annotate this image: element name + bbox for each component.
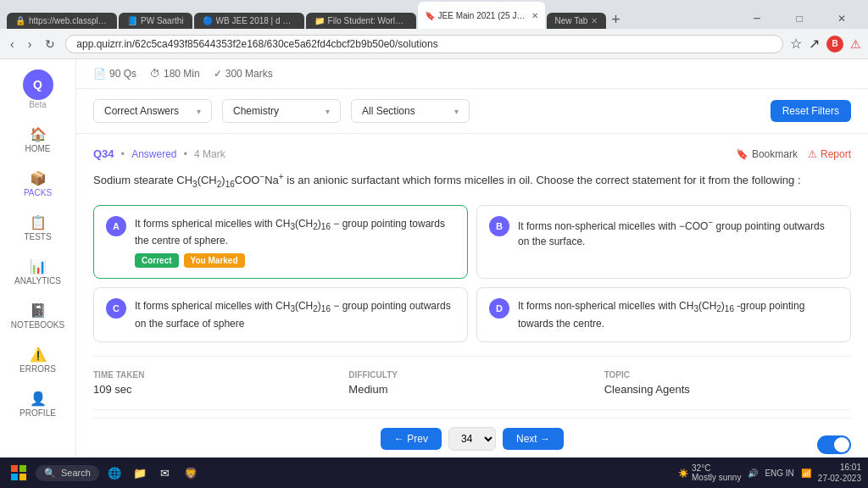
- report-icon: ⚠: [808, 148, 817, 160]
- sidebar-item-label: NOTEBOOKS: [11, 320, 64, 330]
- logo-icon: Q: [23, 69, 53, 100]
- sidebar: Q Beta 🏠 HOME 📦 PACKS 📋 TESTS 📊 ANALYTIC…: [0, 59, 76, 459]
- tab-jeemain-active[interactable]: 🔖 JEE Main 2021 (25 Jul Shift | ✕: [418, 2, 545, 29]
- correct-badge: Correct: [135, 253, 179, 268]
- tab-wbjee[interactable]: 🔵 WB JEE 2018 | d and f Block Ele: [194, 13, 304, 29]
- sidebar-item-profile[interactable]: 👤 PROFILE: [4, 384, 72, 424]
- share-icon[interactable]: ↗: [809, 36, 820, 52]
- reload-button[interactable]: ↻: [42, 36, 58, 53]
- alert-icon: ⚠: [850, 37, 861, 51]
- topic-value: Cleansing Agents: [604, 383, 851, 396]
- clock-icon: ⏱: [150, 68, 160, 80]
- home-icon: 🏠: [30, 126, 47, 142]
- difficulty-label: DIFFICULTY: [348, 370, 595, 380]
- notebooks-icon: 📓: [30, 302, 47, 319]
- tab-newtab[interactable]: New Tab ✕: [547, 13, 607, 29]
- beta-label: Beta: [29, 100, 47, 109]
- topic-meta: TOPIC Cleansing Agents: [604, 370, 851, 396]
- chevron-down-icon: ▾: [454, 107, 459, 116]
- forward-button[interactable]: ›: [25, 36, 36, 53]
- option-content-c: It forms spherical micelles with CH3(CH2…: [135, 298, 455, 330]
- sidebar-item-analytics[interactable]: 📊 ANALYTICS: [4, 252, 72, 292]
- tab-favicon: 📁: [314, 16, 325, 25]
- report-button[interactable]: ⚠ Report: [808, 148, 851, 160]
- close-window-button[interactable]: ✕: [822, 12, 861, 25]
- question-header: Q34 • Answered • 4 Mark 🔖 Bookmark ⚠ Rep…: [93, 147, 851, 160]
- packs-icon: 📦: [30, 170, 47, 186]
- meta-row: TIME TAKEN 109 sec DIFFICULTY Medium TOP…: [93, 356, 851, 409]
- all-sections-filter[interactable]: All Sections ▾: [351, 99, 470, 123]
- tab-favicon: 📘: [127, 16, 137, 25]
- you-marked-badge: You Marked: [184, 253, 245, 268]
- toggle-button[interactable]: [817, 435, 851, 454]
- sidebar-item-packs[interactable]: 📦 PACKS: [4, 164, 72, 204]
- tab-favicon: 🔵: [203, 16, 213, 25]
- filter-bar: Correct Answers ▾ Chemistry ▾ All Sectio…: [76, 89, 868, 134]
- question-number: Q34: [93, 147, 114, 160]
- sidebar-item-notebooks[interactable]: 📓 NOTEBOOKS: [4, 296, 72, 336]
- bookmark-button[interactable]: 🔖 Bookmark: [736, 148, 798, 160]
- taskbar: 🔍 Search 🌐 📁 ✉ 🦁 ☀️ 32°C Mostly sunny 🔊 …: [0, 458, 868, 459]
- tab-classplusapp[interactable]: 🔒 https://web.classplusapp.com/h...: [7, 13, 117, 29]
- back-button[interactable]: ‹: [7, 36, 18, 53]
- tab-close-icon[interactable]: ✕: [531, 11, 538, 20]
- next-button[interactable]: Next →: [503, 428, 564, 450]
- profile-icon: 👤: [30, 391, 47, 407]
- answered-badge: Answered: [131, 148, 176, 160]
- time-taken-label: TIME TAKEN: [93, 370, 340, 380]
- analytics-icon: 📊: [30, 258, 47, 274]
- option-b[interactable]: B It forms non-spherical micelles with −…: [476, 205, 851, 279]
- option-letter-a: A: [106, 216, 126, 236]
- option-letter-b: B: [489, 216, 509, 236]
- address-input[interactable]: app.quizrr.in/62c5ca493f85644353f2e168/6…: [65, 35, 783, 53]
- main-content: 📄 90 Qs ⏱ 180 Min ✓ 300 Marks Correct An…: [76, 59, 868, 459]
- tests-icon: 📋: [30, 214, 47, 230]
- marks-info: ✓ 300 Marks: [214, 68, 273, 80]
- tab-close-newtab[interactable]: ✕: [591, 16, 598, 25]
- sidebar-item-label: HOME: [25, 144, 51, 153]
- mark-info: 4 Mark: [194, 148, 225, 160]
- sidebar-item-label: PACKS: [24, 188, 52, 197]
- logo: Q Beta: [23, 69, 53, 109]
- question-area: Q34 • Answered • 4 Mark 🔖 Bookmark ⚠ Rep…: [76, 134, 868, 459]
- navigation-bar: ← Prev 34 Next →: [93, 418, 851, 459]
- difficulty-meta: DIFFICULTY Medium: [348, 370, 595, 396]
- tab-favicon: 🔖: [425, 11, 435, 20]
- correct-answers-filter[interactable]: Correct Answers ▾: [93, 99, 212, 123]
- questions-icon: 📄: [93, 68, 106, 80]
- option-d[interactable]: D It forms non-spherical micelles with C…: [476, 287, 851, 341]
- tab-pw-saarthi[interactable]: 📘 PW Saarthi: [119, 13, 192, 29]
- option-content-d: It forms non-spherical micelles with CH3…: [518, 298, 838, 330]
- new-tab-button[interactable]: +: [611, 11, 620, 29]
- option-letter-d: D: [489, 298, 509, 319]
- bookmark-icon: 🔖: [736, 148, 748, 160]
- info-bar: 📄 90 Qs ⏱ 180 Min ✓ 300 Marks: [76, 59, 868, 89]
- options-grid: A It forms spherical micelles with CH3(C…: [93, 205, 851, 342]
- sidebar-item-label: PROFILE: [19, 408, 56, 418]
- sidebar-item-errors[interactable]: ⚠️ ERRORS: [4, 340, 72, 380]
- reset-filters-button[interactable]: Reset Filters: [771, 100, 851, 122]
- address-bar-row: ‹ › ↻ app.quizrr.in/62c5ca493f85644353f2…: [0, 29, 868, 59]
- minimize-button[interactable]: −: [737, 12, 776, 25]
- question-text: Sodium stearate CH3(CH2)16COO−Na+ is an …: [93, 170, 851, 191]
- sidebar-item-home[interactable]: 🏠 HOME: [4, 119, 72, 160]
- tab-filo[interactable]: 📁 Filo Student: World's Only Live: [306, 13, 416, 29]
- time-taken-value: 109 sec: [93, 383, 340, 396]
- chemistry-filter[interactable]: Chemistry ▾: [222, 99, 341, 123]
- badges: Correct You Marked: [135, 253, 455, 268]
- maximize-button[interactable]: □: [780, 12, 819, 25]
- difficulty-value: Medium: [348, 383, 595, 396]
- option-a[interactable]: A It forms spherical micelles with CH3(C…: [93, 205, 468, 279]
- chevron-down-icon: ▾: [197, 107, 201, 116]
- page-select[interactable]: 34: [448, 427, 496, 451]
- prev-button[interactable]: ← Prev: [381, 428, 442, 450]
- sidebar-item-label: ANALYTICS: [14, 276, 61, 286]
- sidebar-item-tests[interactable]: 📋 TESTS: [4, 208, 72, 248]
- toggle-knob: [834, 437, 849, 452]
- option-c[interactable]: C It forms spherical micelles with CH3(C…: [93, 287, 468, 341]
- chevron-down-icon: ▾: [326, 107, 330, 116]
- option-letter-c: C: [106, 298, 126, 319]
- questions-count: 📄 90 Qs: [93, 68, 136, 80]
- bookmark-star-icon[interactable]: ☆: [790, 36, 802, 52]
- app-container: Q Beta 🏠 HOME 📦 PACKS 📋 TESTS 📊 ANALYTIC…: [0, 59, 868, 459]
